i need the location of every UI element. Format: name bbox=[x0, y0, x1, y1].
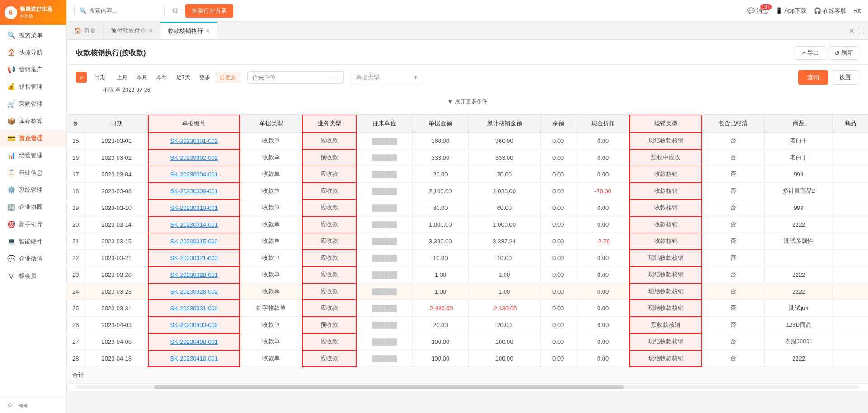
topbar-gear-icon[interactable]: ⚙ bbox=[172, 6, 178, 15]
tab-expand-icon[interactable]: ⛶ bbox=[858, 27, 864, 34]
col-biz-type[interactable]: 业务类型 bbox=[302, 115, 356, 133]
voucher-no-cell[interactable]: SK-20230331-002 bbox=[148, 300, 240, 317]
voucher-link[interactable]: SK-20230321-003 bbox=[170, 255, 218, 261]
voucher-link[interactable]: SK-20230308-001 bbox=[170, 188, 218, 195]
tab-close-all-icon[interactable]: ✕ bbox=[849, 27, 854, 34]
topbar-user[interactable]: Rit bbox=[854, 7, 861, 14]
query-button[interactable]: 查询 bbox=[798, 70, 828, 85]
sidebar-item-finance[interactable]: 💳 资金管理 bbox=[0, 130, 66, 147]
voucher-no-cell[interactable]: SK-20230328-001 bbox=[148, 266, 240, 283]
filter-partner-input[interactable] bbox=[252, 74, 328, 81]
sidebar-item-system[interactable]: ⚙️ 系统管理 bbox=[0, 181, 66, 199]
solution-button[interactable]: 体验行业方案 bbox=[185, 4, 233, 18]
tab-collect-close[interactable]: ✕ bbox=[206, 28, 210, 34]
filter-row: » 日期 上月 本月 本年 近7天 更多 自定义 ··· 单 bbox=[76, 70, 859, 85]
filter-date-more[interactable]: 更多 bbox=[196, 72, 214, 83]
table-row: 222023-03-21SK-20230321-003收款单应收款██████1… bbox=[67, 250, 868, 266]
refresh-button[interactable]: ↺ 刷新 bbox=[829, 46, 859, 60]
col-voucher-type[interactable]: 单据类型 bbox=[240, 115, 302, 133]
col-verified[interactable]: 累计核销金额 bbox=[468, 115, 540, 133]
voucher-no-cell[interactable]: SK-20230403-002 bbox=[148, 317, 240, 333]
voucher-link[interactable]: SK-20230328-001 bbox=[170, 271, 218, 278]
table-scrollbar[interactable] bbox=[76, 385, 859, 389]
sidebar-item-enterprise[interactable]: 🏢 企业协同 bbox=[0, 199, 66, 216]
biz-type-cell: 应收款 bbox=[302, 183, 356, 199]
voucher-link[interactable]: SK-20230408-001 bbox=[170, 338, 218, 345]
col-gear[interactable]: ⚙ bbox=[67, 115, 85, 133]
tab-prepay-close[interactable]: ✕ bbox=[149, 28, 153, 33]
col-verify-type[interactable]: 核销类型 bbox=[630, 115, 702, 133]
sidebar-item-quick[interactable]: 🏠 快捷导航 bbox=[0, 44, 66, 61]
sidebar-item-member[interactable]: V 畅会员 bbox=[0, 267, 66, 285]
table-cell: ██████ bbox=[356, 166, 412, 183]
export-icon: ↗ bbox=[801, 50, 806, 57]
table-cell: 老白干 bbox=[765, 133, 833, 149]
col-balance[interactable]: 余额 bbox=[540, 115, 576, 133]
voucher-link[interactable]: SK-20230310-001 bbox=[170, 204, 218, 211]
voucher-link[interactable]: SK-20230314-001 bbox=[170, 221, 218, 228]
sidebar-item-guide[interactable]: 🎯 新手引导 bbox=[0, 216, 66, 233]
tab-collect[interactable]: 收款核销执行 ✕ bbox=[160, 22, 217, 39]
expand-more-row[interactable]: ▼ 展开更多条件 bbox=[76, 94, 859, 109]
col-goods2[interactable]: 商品 bbox=[833, 115, 868, 133]
sidebar-item-hardware[interactable]: 💻 智能硬件 bbox=[0, 233, 66, 250]
verify-type-cell: 预收中应收 bbox=[630, 149, 702, 166]
filter-expand-button[interactable]: » bbox=[76, 72, 87, 83]
filter-date-this-year[interactable]: 本年 bbox=[153, 72, 171, 83]
sidebar-item-operation[interactable]: 📊 经营管理 bbox=[0, 147, 66, 164]
topbar-service[interactable]: 🎧 在线客服 bbox=[814, 7, 846, 15]
verify-type-cell: 现结收款核销 bbox=[630, 133, 702, 149]
filter-date-custom-label[interactable]: 自定义 bbox=[216, 72, 240, 83]
sidebar-item-sales[interactable]: 💰 销售管理 bbox=[0, 78, 66, 95]
sidebar-item-inventory[interactable]: 📦 库存核算 bbox=[0, 113, 66, 130]
voucher-link[interactable]: SK-20230304-001 bbox=[170, 171, 218, 178]
sidebar-item-search[interactable]: 🔍 搜索菜单 bbox=[0, 27, 66, 44]
voucher-link[interactable]: SK-20230301-002 bbox=[170, 138, 218, 144]
voucher-no-cell[interactable]: SK-20230304-001 bbox=[148, 166, 240, 183]
topbar-msg[interactable]: 💬 消息 99+ bbox=[747, 7, 768, 15]
filter-date-last-month[interactable]: 上月 bbox=[113, 72, 131, 83]
settings-icon[interactable]: ⚙ bbox=[7, 402, 13, 408]
filter-settings-button[interactable]: 设置 bbox=[832, 70, 859, 85]
voucher-no-cell[interactable]: SK-20230310-001 bbox=[148, 199, 240, 216]
voucher-no-cell[interactable]: SK-20230328-002 bbox=[148, 283, 240, 300]
voucher-no-cell[interactable]: SK-20230418-001 bbox=[148, 350, 240, 367]
table-cell: 0.00 bbox=[540, 350, 576, 367]
voucher-link[interactable]: SK-20230331-002 bbox=[170, 305, 218, 312]
topbar-app-download[interactable]: 📱 App下载 bbox=[775, 7, 807, 15]
tab-home[interactable]: 🏠 首页 bbox=[67, 22, 104, 39]
export-button[interactable]: ↗ 导出 bbox=[795, 46, 825, 60]
col-goods[interactable]: 商品 bbox=[765, 115, 833, 133]
col-partner[interactable]: 往来单位 bbox=[356, 115, 412, 133]
sidebar-item-basic[interactable]: 📋 基础信息 bbox=[0, 164, 66, 181]
voucher-no-cell[interactable]: SK-20230321-003 bbox=[148, 250, 240, 266]
voucher-link[interactable]: SK-20230302-002 bbox=[170, 154, 218, 161]
voucher-link[interactable]: SK-20230403-002 bbox=[170, 322, 218, 328]
voucher-link[interactable]: SK-20230315-002 bbox=[170, 238, 218, 245]
voucher-no-cell[interactable]: SK-20230408-001 bbox=[148, 333, 240, 350]
voucher-no-cell[interactable]: SK-20230308-001 bbox=[148, 183, 240, 199]
col-date[interactable]: 日期 bbox=[85, 115, 148, 133]
sidebar-item-purchase[interactable]: 🛒 采购管理 bbox=[0, 95, 66, 113]
col-cash-discount[interactable]: 现金折扣 bbox=[576, 115, 630, 133]
filter-date-7days[interactable]: 近7天 bbox=[173, 72, 194, 83]
tab-prepay[interactable]: 预付款应付单 ✕ bbox=[104, 22, 160, 39]
col-amount[interactable]: 单据金额 bbox=[412, 115, 468, 133]
table-row: 172023-03-04SK-20230304-001收款单应收款██████2… bbox=[67, 166, 868, 183]
sidebar-item-wechat[interactable]: 💬 企业微信 bbox=[0, 250, 66, 267]
collapse-icon[interactable]: ◀◀ bbox=[18, 402, 27, 408]
filter-voucher-type-select[interactable]: 单据类型 ▼ bbox=[351, 71, 423, 84]
voucher-no-cell[interactable]: SK-20230314-001 bbox=[148, 216, 240, 233]
voucher-no-cell[interactable]: SK-20230315-002 bbox=[148, 233, 240, 250]
col-include-settled[interactable]: 包含已结清 bbox=[702, 115, 764, 133]
voucher-link[interactable]: SK-20230328-002 bbox=[170, 288, 218, 295]
filter-date-this-month[interactable]: 本月 bbox=[133, 72, 151, 83]
table-cell: 19 bbox=[67, 199, 85, 216]
col-voucher-no[interactable]: 单据编号 bbox=[148, 115, 240, 133]
voucher-link[interactable]: SK-20230418-001 bbox=[170, 355, 218, 362]
finance-icon: 💳 bbox=[7, 134, 15, 142]
sidebar-item-marketing[interactable]: 📢 营销推广 bbox=[0, 61, 66, 78]
voucher-no-cell[interactable]: SK-20230301-002 bbox=[148, 133, 240, 149]
topbar-search-input[interactable] bbox=[89, 7, 160, 14]
voucher-no-cell[interactable]: SK-20230302-002 bbox=[148, 149, 240, 166]
